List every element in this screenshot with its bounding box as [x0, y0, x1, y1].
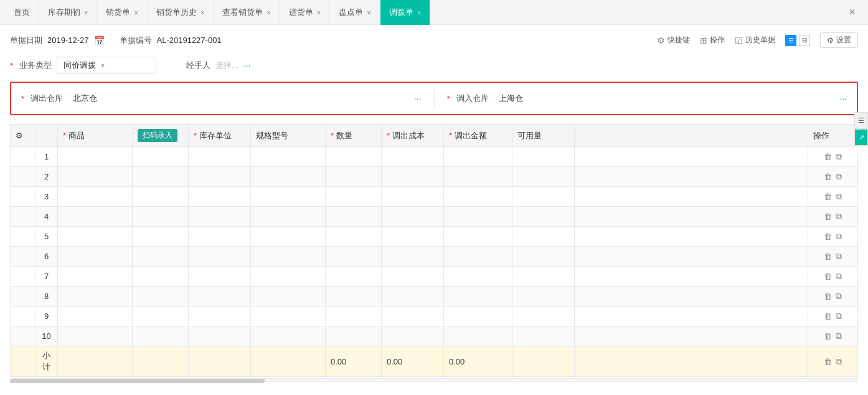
td-qty-5[interactable] [326, 227, 382, 247]
td-unit-7[interactable] [189, 267, 251, 287]
td-cost-1[interactable] [382, 147, 444, 167]
delete-icon-2[interactable]: 🗑 [824, 172, 832, 181]
td-cost-8[interactable] [382, 287, 444, 307]
td-unit-10[interactable] [189, 326, 251, 346]
td-spec-5[interactable] [251, 227, 326, 247]
td-product-1[interactable] [58, 147, 133, 167]
layout-icon-list[interactable]: ☰ [785, 35, 796, 46]
td-cost-6[interactable] [382, 247, 444, 267]
scan-button[interactable]: 扫码录入 [138, 129, 177, 142]
window-close-button[interactable]: × [841, 6, 863, 19]
delete-icon-6[interactable]: 🗑 [824, 252, 832, 261]
td-unit-5[interactable] [189, 227, 251, 247]
td-qty-7[interactable] [326, 267, 382, 287]
td-amount-9[interactable] [444, 307, 512, 326]
td-spec-9[interactable] [251, 307, 326, 326]
business-type-select[interactable]: 同价调拨 ▼ [57, 57, 156, 74]
calendar-icon[interactable]: 📅 [94, 36, 105, 45]
delete-icon-9[interactable]: 🗑 [824, 312, 832, 321]
copy-icon-2[interactable]: ⧉ [836, 171, 842, 182]
td-product-6[interactable] [58, 247, 133, 267]
td-qty-3[interactable] [326, 187, 382, 207]
td-product-5[interactable] [58, 227, 133, 247]
copy-icon-4[interactable]: ⧉ [836, 211, 842, 222]
td-qty-11[interactable]: 0.00 [326, 346, 382, 377]
copy-icon-6[interactable]: ⧉ [836, 251, 842, 262]
operations-btn[interactable]: ⊞ 操作 [700, 35, 725, 45]
td-product-2[interactable] [58, 167, 133, 187]
tab-sales-order-close[interactable]: × [134, 9, 138, 16]
warehouse-in-more-icon[interactable]: ··· [839, 93, 847, 103]
td-unit-9[interactable] [189, 307, 251, 326]
td-amount-5[interactable] [444, 227, 512, 247]
layout-icon-grid[interactable]: ⊟ [799, 35, 810, 46]
td-spec-2[interactable] [251, 167, 326, 187]
td-spec-3[interactable] [251, 187, 326, 207]
td-product-9[interactable] [58, 307, 133, 326]
td-amount-10[interactable] [444, 326, 512, 346]
td-product-3[interactable] [58, 187, 133, 207]
td-spec-6[interactable] [251, 247, 326, 267]
td-amount-4[interactable] [444, 207, 512, 227]
td-amount-3[interactable] [444, 187, 512, 207]
td-product-8[interactable] [58, 287, 133, 307]
td-cost-7[interactable] [382, 267, 444, 287]
delete-icon-11[interactable]: 🗑 [824, 357, 832, 366]
td-amount-11[interactable]: 0.00 [444, 346, 512, 377]
td-amount-1[interactable] [444, 147, 512, 167]
tab-purchase-close[interactable]: × [317, 9, 321, 16]
copy-icon-9[interactable]: ⧉ [836, 311, 842, 321]
td-spec-1[interactable] [251, 147, 326, 167]
tab-inventory-check-close[interactable]: × [367, 9, 370, 16]
copy-icon-3[interactable]: ⧉ [836, 191, 842, 202]
td-cost-2[interactable] [382, 167, 444, 187]
td-amount-2[interactable] [444, 167, 512, 187]
copy-icon-11[interactable]: ⧉ [836, 356, 842, 367]
tab-home[interactable]: 首页 [5, 0, 39, 25]
td-amount-8[interactable] [444, 287, 512, 307]
td-unit-1[interactable] [189, 147, 251, 167]
td-unit-6[interactable] [189, 247, 251, 267]
td-qty-6[interactable] [326, 247, 382, 267]
td-qty-10[interactable] [326, 326, 382, 346]
td-product-10[interactable] [58, 326, 133, 346]
tab-inventory-check[interactable]: 盘点单 × [330, 0, 380, 25]
td-unit-3[interactable] [189, 187, 251, 207]
td-unit-2[interactable] [189, 167, 251, 187]
copy-icon-10[interactable]: ⧉ [836, 331, 842, 341]
td-spec-7[interactable] [251, 267, 326, 287]
td-qty-2[interactable] [326, 167, 382, 187]
warehouse-out-more-icon[interactable]: ··· [414, 93, 422, 103]
right-float-list-btn[interactable]: ☰ [854, 112, 868, 129]
history-btn[interactable]: ☑ 历史单据 [735, 35, 775, 45]
delete-icon-7[interactable]: 🗑 [824, 272, 832, 281]
delete-icon-10[interactable]: 🗑 [824, 331, 832, 341]
td-spec-4[interactable] [251, 207, 326, 227]
delete-icon-5[interactable]: 🗑 [824, 232, 832, 241]
td-product-11[interactable] [58, 346, 133, 377]
td-qty-8[interactable] [326, 287, 382, 307]
handler-more-icon[interactable]: ··· [243, 60, 251, 70]
delete-icon-8[interactable]: 🗑 [824, 292, 832, 301]
tab-sales-history-close[interactable]: × [200, 9, 204, 16]
td-unit-4[interactable] [189, 207, 251, 227]
gear-icon[interactable]: ⚙ [16, 131, 23, 140]
td-cost-5[interactable] [382, 227, 444, 247]
tab-sales-history[interactable]: 销货单历史 × [148, 0, 214, 25]
td-product-4[interactable] [58, 207, 133, 227]
td-spec-8[interactable] [251, 287, 326, 307]
tab-purchase[interactable]: 进货单 × [280, 0, 330, 25]
tab-inventory-init[interactable]: 库存期初 × [39, 0, 97, 25]
td-cost-11[interactable]: 0.00 [382, 346, 444, 377]
tab-view-sales-close[interactable]: × [267, 9, 270, 16]
td-spec-11[interactable] [251, 346, 326, 377]
copy-icon-5[interactable]: ⧉ [836, 231, 842, 242]
delete-icon-1[interactable]: 🗑 [824, 152, 832, 161]
tab-transfer-close[interactable]: × [417, 9, 421, 16]
tab-inventory-init-close[interactable]: × [84, 9, 88, 16]
td-product-7[interactable] [58, 267, 133, 287]
td-cost-9[interactable] [382, 307, 444, 326]
handler-placeholder[interactable]: 选择... [215, 60, 238, 71]
settings-button[interactable]: ⚙ 设置 [820, 32, 858, 48]
td-amount-7[interactable] [444, 267, 512, 287]
